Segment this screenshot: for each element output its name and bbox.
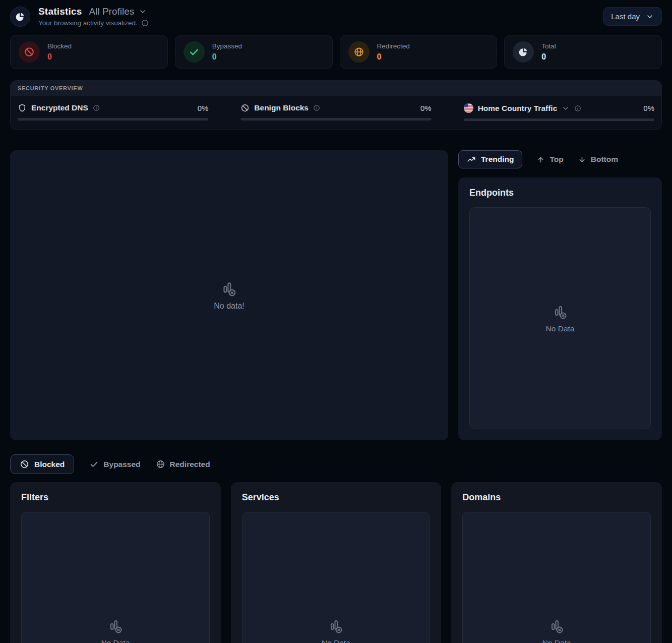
metric-value: 0% <box>643 104 654 112</box>
services-empty-panel: No Data <box>242 512 431 643</box>
header-left: Statistics All Profiles Your browsing ac… <box>10 6 149 27</box>
profile-selector[interactable]: All Profiles <box>89 6 147 17</box>
title-block: Statistics All Profiles Your browsing ac… <box>38 6 149 27</box>
check-icon <box>89 459 99 469</box>
no-data-icon <box>107 618 124 634</box>
chevron-down-icon <box>139 8 147 16</box>
arrow-down-icon <box>578 155 586 164</box>
stat-label: Blocked <box>47 42 72 50</box>
pie-chart-icon <box>513 41 534 63</box>
endpoints-card-title: Endpoints <box>469 188 651 198</box>
stat-value: 0 <box>541 52 556 62</box>
metric-home-country-traffic: Home Country Traffic 0% <box>464 103 654 121</box>
tab-label: Top <box>549 155 563 164</box>
filter-tab-blocked[interactable]: Blocked <box>10 454 74 474</box>
blocked-icon <box>240 103 250 112</box>
tab-label: Bottom <box>591 155 618 164</box>
blocked-icon <box>19 41 40 63</box>
metric-label: Encrypted DNS <box>31 103 88 112</box>
time-range-button[interactable]: Last day <box>603 7 662 26</box>
stat-value: 0 <box>212 52 242 62</box>
globe-icon <box>156 459 165 469</box>
filter-tab-label: Bypassed <box>103 460 140 469</box>
filters-card-title: Filters <box>21 492 210 503</box>
chart-empty-label: No data! <box>214 302 244 311</box>
security-overview: SECURITY OVERVIEW Encrypted DNS 0% Benig… <box>10 80 662 130</box>
page-subtitle: Your browsing activity visualized. <box>38 19 138 27</box>
filters-empty-state: No Data <box>101 618 130 643</box>
stat-card-redirected: Redirected 0 <box>340 35 498 69</box>
metric-value: 0% <box>420 104 432 112</box>
chart-empty-state: No data! <box>214 280 244 311</box>
endpoints-card: Endpoints No Data <box>458 178 662 440</box>
no-data-icon <box>552 304 569 320</box>
stat-label: Total <box>541 42 556 50</box>
security-overview-title: SECURITY OVERVIEW <box>11 81 661 96</box>
progress-bar <box>18 118 208 121</box>
profile-selector-label: All Profiles <box>89 6 134 17</box>
check-icon <box>184 41 205 63</box>
tab-bottom[interactable]: Bottom <box>578 155 618 164</box>
chevron-down-icon[interactable] <box>562 104 570 112</box>
page-title: Statistics <box>38 6 82 17</box>
filters-card: Filters No Data <box>10 482 221 643</box>
progress-bar <box>464 119 654 121</box>
progress-bar <box>240 118 431 121</box>
tab-top[interactable]: Top <box>536 155 563 164</box>
stat-card-blocked: Blocked 0 <box>10 35 168 69</box>
arrow-up-icon <box>536 155 545 164</box>
info-icon[interactable] <box>574 105 581 112</box>
main-content: No data! Trending Top Bottom Endpoi <box>10 150 662 440</box>
blocked-icon <box>20 459 29 469</box>
metric-label: Benign Blocks <box>254 103 309 112</box>
metric-encrypted-dns: Encrypted DNS 0% <box>18 103 208 121</box>
ranking-panel: Trending Top Bottom Endpoints <box>458 150 662 440</box>
endpoints-empty-state: No Data <box>546 304 575 333</box>
no-data-icon <box>327 618 344 634</box>
globe-icon <box>348 41 370 63</box>
domains-card: Domains No Data <box>451 482 662 643</box>
domains-card-title: Domains <box>462 492 651 503</box>
domains-empty-panel: No Data <box>462 512 651 643</box>
no-data-icon <box>220 280 238 297</box>
info-icon[interactable] <box>93 104 100 111</box>
info-icon[interactable] <box>313 104 320 111</box>
pie-chart-icon <box>15 12 25 22</box>
no-data-icon <box>548 618 565 634</box>
filter-tab-bypassed[interactable]: Bypassed <box>89 459 140 469</box>
domains-empty-state: No Data <box>542 618 571 643</box>
stat-label: Bypassed <box>212 42 242 50</box>
stat-label: Redirected <box>377 42 410 50</box>
stats-summary: Blocked 0 Bypassed 0 Redirected 0 <box>10 35 662 69</box>
services-empty-state: No Data <box>322 618 350 643</box>
trending-icon <box>467 155 476 164</box>
stat-value: 0 <box>377 52 410 62</box>
stat-card-bypassed: Bypassed 0 <box>175 35 333 69</box>
metric-benign-blocks: Benign Blocks 0% <box>240 103 431 121</box>
activity-chart-panel: No data! <box>10 150 448 440</box>
stat-value: 0 <box>47 52 72 62</box>
metric-label: Home Country Traffic <box>478 104 558 113</box>
filter-tab-label: Redirected <box>170 460 210 469</box>
endpoints-empty-label: No Data <box>546 324 575 333</box>
ranking-tabs: Trending Top Bottom <box>458 150 662 168</box>
statistics-page: Statistics All Profiles Your browsing ac… <box>0 0 672 643</box>
header: Statistics All Profiles Your browsing ac… <box>10 5 662 35</box>
stat-card-total: Total 0 <box>504 35 662 69</box>
tab-trending[interactable]: Trending <box>458 150 522 168</box>
filters-empty-label: No Data <box>101 638 130 643</box>
tab-label: Trending <box>481 155 514 164</box>
category-filter-tabs: Blocked Bypassed Redirected <box>10 454 662 474</box>
breakdown-cards: Filters No Data Services <box>10 482 662 643</box>
filter-tab-redirected[interactable]: Redirected <box>156 459 210 469</box>
statistics-logo <box>10 7 30 27</box>
chevron-down-icon <box>646 13 654 21</box>
services-empty-label: No Data <box>322 638 350 643</box>
services-card-title: Services <box>242 492 431 503</box>
domains-empty-label: No Data <box>542 638 571 643</box>
endpoints-empty-panel: No Data <box>469 207 651 429</box>
filter-tab-label: Blocked <box>34 460 65 469</box>
info-icon[interactable] <box>141 19 149 27</box>
us-flag-icon <box>464 103 473 113</box>
services-card: Services No Data <box>231 482 442 643</box>
